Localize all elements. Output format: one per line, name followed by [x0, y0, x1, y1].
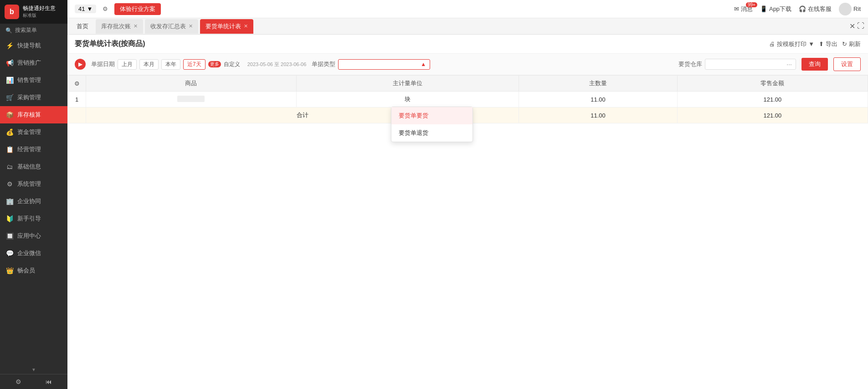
date-this-year-btn[interactable]: 本年	[161, 59, 180, 70]
sidebar-item-enterprise[interactable]: 🏢 企业协同	[0, 193, 67, 210]
col-amount-header: 零售金额	[677, 76, 868, 92]
sidebar-item-operations[interactable]: 📋 经营管理	[0, 141, 67, 158]
sidebar-label-newbie: 新手引导	[17, 215, 41, 223]
topbar-left: 41 ▼ ⚙ 体验行业方案	[75, 3, 729, 15]
sidebar-item-system[interactable]: ⚙ 系统管理	[0, 175, 67, 193]
filter-toggle-btn[interactable]: ▶	[75, 59, 86, 70]
sidebar-item-apps[interactable]: 🔲 应用中心	[0, 227, 67, 245]
tab-inout-summary-close[interactable]: ✕	[189, 23, 193, 29]
search-icon: 🔍	[5, 27, 12, 34]
gear-icon: ⚙	[103, 5, 108, 12]
topbar-right: ✉ 消息 99+ 📱 App下载 🎧 在线客服 Rit	[734, 3, 861, 15]
sidebar-label-wechat: 企业微信	[17, 249, 41, 257]
page-actions: 🖨 按模板打印 ▼ ⬆ 导出 ↻ 刷新	[769, 40, 861, 48]
tab-batch-ledger[interactable]: 库存批次账 ✕	[96, 19, 143, 34]
sidebar-footer: ⚙ ⏮	[0, 374, 67, 389]
sidebar-item-sales[interactable]: 📊 销售管理	[0, 72, 67, 89]
date-7days-btn[interactable]: 近7天	[183, 59, 205, 70]
print-label: 按模板打印	[777, 40, 806, 48]
tab-home-label: 首页	[77, 22, 88, 31]
warehouse-filter-group: 要货仓库 ···	[678, 59, 796, 70]
dropdown-item-order-goods[interactable]: 要货单要货	[391, 107, 473, 124]
finance-icon: 💰	[5, 128, 14, 136]
dropdown-item-order-return[interactable]: 要货单退货	[391, 124, 473, 142]
sidebar-item-wechat[interactable]: 💬 企业微信	[0, 245, 67, 262]
date-this-month-btn[interactable]: 本月	[139, 59, 159, 70]
tab-inout-summary[interactable]: 收发存汇总表 ✕	[145, 19, 198, 34]
col-settings-header[interactable]: ⚙	[68, 76, 86, 92]
tab-order-stats[interactable]: 要货单统计表 ✕	[200, 19, 253, 34]
message-icon: ✉	[734, 5, 739, 12]
store-selector[interactable]: 41 ▼	[75, 5, 96, 13]
tab-order-stats-close[interactable]: ✕	[244, 23, 248, 29]
sales-icon: 📊	[5, 76, 14, 84]
tab-close-all[interactable]: ✕	[849, 22, 855, 31]
quick-nav-icon: ⚡	[5, 41, 14, 50]
content-area: 要货单统计表(按商品) 🖨 按模板打印 ▼ ⬆ 导出 ↻ 刷新 ▶	[67, 35, 868, 389]
sidebar-label-base: 基础信息	[17, 163, 41, 171]
sidebar-item-finance[interactable]: 💰 资金管理	[0, 123, 67, 141]
sidebar-header: b 畅捷通好生意 标准版	[0, 0, 67, 24]
collapse-footer-btn[interactable]: ⏮	[46, 378, 52, 385]
date-last-month-btn[interactable]: 上月	[118, 59, 137, 70]
refresh-btn[interactable]: ↻ 刷新	[842, 40, 861, 48]
sidebar-item-vip[interactable]: 👑 畅会员	[0, 262, 67, 279]
sidebar-label-purchase: 采购管理	[17, 93, 41, 102]
type-select[interactable]: ▲	[338, 59, 430, 70]
user-avatar-area[interactable]: Rit	[839, 3, 861, 15]
col-unit-header: 主计量单位	[296, 76, 519, 92]
industry-btn[interactable]: 体验行业方案	[114, 3, 161, 15]
system-icon: ⚙	[5, 180, 14, 188]
cell-unit: 块	[296, 92, 519, 107]
messages-badge: 99+	[746, 2, 757, 7]
online-service-btn[interactable]: 🎧 在线客服	[799, 5, 832, 13]
export-btn[interactable]: ⬆ 导出	[819, 40, 837, 48]
type-input[interactable]	[342, 61, 419, 68]
app-download-btn[interactable]: 📱 App下载	[760, 5, 791, 13]
sidebar-item-marketing[interactable]: 📢 营销推广	[0, 54, 67, 72]
apps-icon: 🔲	[5, 232, 14, 240]
topbar: 41 ▼ ⚙ 体验行业方案 ✉ 消息 99+ 📱 App下载 🎧 在线客服	[67, 0, 868, 18]
page-title: 要货单统计表(按商品)	[75, 39, 145, 49]
sidebar-item-newbie[interactable]: 🔰 新手引导	[0, 210, 67, 227]
base-icon: 🗂	[5, 163, 14, 171]
sidebar-label-apps: 应用中心	[17, 232, 41, 240]
tab-home[interactable]: 首页	[71, 19, 94, 34]
app-download-label: App下载	[769, 5, 791, 13]
cell-qty: 11.00	[519, 92, 678, 107]
tab-batch-ledger-label: 库存批次账	[101, 22, 131, 31]
sidebar-label-inventory: 库存核算	[17, 111, 41, 119]
date-custom-btn[interactable]: 自定义	[224, 61, 240, 68]
export-label: 导出	[826, 40, 837, 48]
warehouse-select[interactable]: ···	[705, 59, 796, 70]
product-placeholder	[177, 96, 205, 102]
sidebar-item-inventory[interactable]: 📦 库存核算	[0, 106, 67, 123]
sidebar-label-marketing: 营销推广	[17, 59, 41, 67]
sidebar-item-purchase[interactable]: 🛒 采购管理	[0, 89, 67, 106]
tab-order-stats-label: 要货单统计表	[205, 22, 241, 31]
messages-btn[interactable]: ✉ 消息 99+	[734, 5, 753, 13]
page-header: 要货单统计表(按商品) 🖨 按模板打印 ▼ ⬆ 导出 ↻ 刷新	[67, 35, 868, 54]
newbie-icon: 🔰	[5, 215, 14, 223]
app-subtitle: 标准版	[23, 12, 56, 19]
sidebar-search[interactable]: 🔍 搜索菜单	[0, 24, 67, 37]
setting-btn[interactable]: 设置	[833, 57, 861, 71]
scroll-down-icon[interactable]: ▼	[31, 367, 36, 372]
sidebar-label-sales: 销售管理	[17, 76, 41, 84]
sidebar-item-quick-nav[interactable]: ⚡ 快捷导航	[0, 37, 67, 54]
type-dropdown: 要货单要货 要货单退货	[391, 107, 473, 142]
print-btn[interactable]: 🖨 按模板打印 ▼	[769, 40, 814, 48]
sidebar-nav: ⚡ 快捷导航 📢 营销推广 📊 销售管理 🛒 采购管理 📦 库存核算 💰 资金管…	[0, 37, 67, 365]
topbar-gear-btn[interactable]: ⚙	[100, 4, 111, 15]
cell-index: 1	[68, 92, 86, 107]
date-filter-group: 单据日期 上月 本月 本年 近7天 更多 自定义	[91, 59, 240, 70]
tab-expand[interactable]: ⛶	[857, 22, 864, 31]
table-row: 1 块 11.00 121.00	[68, 92, 868, 107]
enterprise-icon: 🏢	[5, 197, 14, 205]
date-more-badge[interactable]: 更多	[208, 61, 221, 67]
sidebar-item-base[interactable]: 🗂 基础信息	[0, 158, 67, 175]
query-btn[interactable]: 查询	[801, 58, 828, 71]
tab-batch-ledger-close[interactable]: ✕	[134, 23, 138, 29]
settings-footer-btn[interactable]: ⚙	[15, 378, 21, 385]
cell-product	[86, 92, 297, 107]
